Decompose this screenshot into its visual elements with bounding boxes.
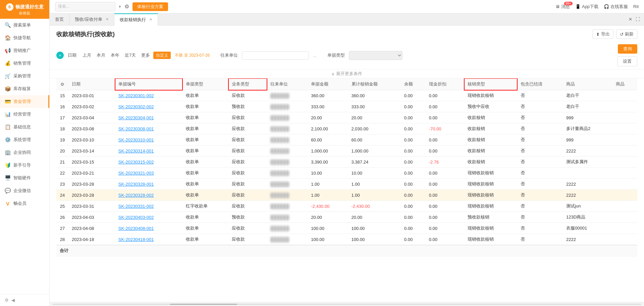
cell-customer: ██████ (267, 90, 308, 101)
cell-product: 2222 (563, 179, 612, 190)
cell-voucher-no[interactable]: SK-20230301-002 (115, 90, 183, 101)
cell-voucher-no[interactable]: SK-20230321-003 (115, 168, 183, 179)
sidebar-item-stock[interactable]: 📦 库存核算 (0, 82, 49, 95)
sidebar-item-quick[interactable]: 🏠 快捷导航 (0, 32, 49, 44)
topbar-online-service[interactable]: 🎧 在线客服 (604, 4, 628, 10)
voucher-link[interactable]: SK-20230310-001 (118, 137, 154, 142)
sidebar-item-basic[interactable]: 📋 基础信息 (0, 121, 49, 133)
cell-voucher-no[interactable]: SK-20230315-002 (115, 157, 183, 168)
sidebar-item-purchase[interactable]: 🛒 采购管理 (0, 70, 49, 82)
filter-7days[interactable]: 近7天 (123, 52, 138, 59)
sidebar-item-member[interactable]: V 畅会员 (0, 197, 49, 210)
cell-voucher-no[interactable]: SK-20230408-001 (115, 223, 183, 234)
cell-date: 2023-03-28 (68, 179, 115, 190)
search-icon: 🔍 (5, 22, 11, 28)
scroll-thumb[interactable] (170, 304, 237, 305)
tab-receivable[interactable]: 收款核销执行 ✕ (114, 13, 158, 25)
sidebar-item-marketing[interactable]: 📢 营销推广 (0, 44, 49, 57)
cell-write-off-type: 现销收款核销 (464, 90, 517, 101)
topbar-app-download[interactable]: 📱 App下载 (575, 4, 598, 10)
sidebar-item-corp[interactable]: 🏢 企业协同 (0, 146, 49, 159)
voucher-link[interactable]: SK-20230314-001 (118, 148, 154, 154)
voucher-link[interactable]: SK-20230328-002 (118, 193, 154, 198)
filter-this-month[interactable]: 本月 (95, 52, 107, 59)
tab-home[interactable]: 首页 (50, 13, 69, 25)
filter-setting-btn[interactable]: 设置 (617, 56, 637, 66)
cell-voucher-no[interactable]: SK-20230331-002 (115, 201, 183, 212)
collapse-icon[interactable]: ◀ (11, 298, 15, 303)
filter-custom-btn[interactable]: 自定义 (153, 52, 171, 59)
topbar-username[interactable]: Rit (633, 4, 639, 9)
sidebar-item-sales[interactable]: 💰 销售管理 (0, 57, 49, 70)
col-header-settings[interactable]: ⚙ (56, 78, 68, 90)
voucher-link[interactable]: SK-20230302-002 (118, 104, 154, 109)
cell-write-off-type: 现销收款核销 (464, 223, 517, 234)
cell-voucher-no[interactable]: SK-20230302-002 (115, 101, 183, 112)
cell-voucher-no[interactable]: SK-20230310-001 (115, 134, 183, 145)
voucher-link[interactable]: SK-20230301-002 (118, 93, 154, 98)
cell-customer: ██████ (267, 101, 308, 112)
voucher-link[interactable]: SK-20230331-002 (118, 204, 154, 209)
sidebar-item-operation[interactable]: 📊 经营管理 (0, 108, 49, 121)
cell-voucher-no[interactable]: SK-20230304-001 (115, 112, 183, 123)
voucher-link[interactable]: SK-20230321-003 (118, 171, 154, 176)
filter-this-year[interactable]: 本年 (109, 52, 121, 59)
cell-date: 2023-03-08 (68, 123, 115, 134)
cell-cash-discount: 0.00 (426, 134, 465, 145)
cell-include-settled: 否 (517, 212, 563, 223)
filter-more[interactable]: 更多 (139, 52, 152, 59)
chevron-down-icon: ∨ (331, 71, 335, 76)
cell-no: 17 (56, 112, 68, 123)
col-header-customer: 往来单位 (267, 78, 308, 90)
cell-write-off-type: 收款核销 (464, 157, 517, 168)
topbar-gear-icon[interactable]: ⚙ (124, 3, 129, 10)
settings-bottom-icon[interactable]: ⚙ (5, 298, 9, 303)
voucher-link[interactable]: SK-20230403-002 (118, 215, 154, 220)
sidebar-item-wechat[interactable]: 💬 企业微信 (0, 184, 49, 197)
table-row: 252023-03-31SK-20230331-002红字收款单应收款█████… (56, 201, 637, 212)
export-button[interactable]: ⬆ 导出 (592, 29, 613, 39)
filter-customer-input[interactable] (242, 51, 309, 60)
tab-prepay[interactable]: 预收/应收付单 ✕ (69, 13, 114, 25)
voucher-link[interactable]: SK-20230408-001 (118, 226, 154, 231)
filter-voucher-select[interactable] (349, 51, 402, 60)
topbar-messages[interactable]: 🖥 消息 99+ (555, 4, 570, 10)
voucher-link[interactable]: SK-20230308-001 (118, 126, 154, 131)
topbar-dropdown-arrow[interactable]: ▾ (119, 4, 121, 9)
maximize-icon[interactable]: ⛶ (636, 17, 640, 22)
cell-balance: 0.00 (401, 179, 426, 190)
filter-last-month[interactable]: 上月 (80, 52, 93, 59)
industry-btn[interactable]: 体验行业方案 (132, 2, 168, 11)
cell-voucher-no[interactable]: SK-20230308-001 (115, 123, 183, 134)
cell-product: 999 (563, 112, 612, 123)
filter-query-btn[interactable]: 查询 (618, 44, 637, 54)
sidebar-item-search[interactable]: 🔍 搜索菜单 (0, 19, 49, 32)
cell-include-settled: 否 (517, 201, 563, 212)
cell-accum-amount: 3,387.24 (348, 157, 401, 168)
cell-voucher-no[interactable]: SK-20230314-001 (115, 145, 183, 157)
cell-accum-amount: 333.00 (348, 101, 401, 112)
cell-voucher-no[interactable]: SK-20230418-001 (115, 234, 183, 245)
cell-product: 多计量商品2 (563, 123, 612, 134)
voucher-link[interactable]: SK-20230315-002 (118, 160, 154, 165)
service-icon: 🎧 (604, 4, 609, 9)
tab-prepay-close[interactable]: ✕ (106, 17, 109, 21)
voucher-link[interactable]: SK-20230304-001 (118, 115, 154, 120)
sidebar-item-label: 经营管理 (13, 111, 31, 117)
expand-conditions-bar[interactable]: ∨ 展开更多条件 (50, 69, 644, 78)
sidebar-item-system[interactable]: ⚙️ 系统管理 (0, 133, 49, 146)
sidebar-item-guide[interactable]: 🔰 新手引导 (0, 159, 49, 172)
filter-toggle-btn[interactable]: » (56, 52, 64, 59)
tab-receivable-close[interactable]: ✕ (149, 17, 152, 22)
cell-voucher-no[interactable]: SK-20230328-002 (115, 190, 183, 201)
sidebar-item-hardware[interactable]: 🖥️ 智能硬件 (0, 172, 49, 184)
cell-voucher-no[interactable]: SK-20230328-001 (115, 179, 183, 190)
voucher-link[interactable]: SK-20230328-001 (118, 182, 154, 187)
horizontal-scrollbar[interactable] (50, 302, 644, 306)
sidebar-item-capital[interactable]: 💳 资金管理 (0, 95, 49, 108)
close-all-icon[interactable]: ✕ (629, 17, 632, 22)
voucher-link[interactable]: SK-20230418-001 (118, 237, 154, 242)
table-settings-icon[interactable]: ⚙ (60, 82, 64, 87)
cell-voucher-no[interactable]: SK-20230403-002 (115, 212, 183, 223)
refresh-button[interactable]: ↺ 刷新 (616, 29, 637, 39)
